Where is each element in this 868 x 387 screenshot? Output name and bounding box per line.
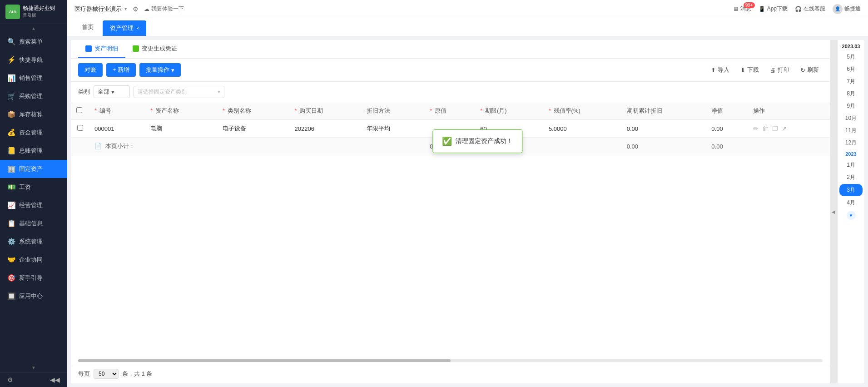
sidebar-item-inventory[interactable]: 📦 库存核算 — [0, 105, 67, 124]
year-label: 2023 — [838, 149, 864, 159]
tab-asset-management[interactable]: 资产管理 × — [103, 20, 146, 36]
topbar-gear-icon[interactable]: ⚙ — [133, 5, 139, 13]
mobile-icon: 📱 — [759, 6, 765, 12]
sidebar-item-apps[interactable]: 🔲 应用中心 — [0, 287, 67, 305]
table-wrapper: * 编号 * 资产名称 * 类别名称 — [71, 102, 830, 357]
subtotal-icon: 📄 — [94, 143, 102, 149]
tab-bar: 首页 资产管理 × — [67, 18, 868, 36]
select-all-header[interactable] — [71, 102, 89, 120]
cell-residual-rate: 5.0000 — [543, 120, 621, 138]
col-name: * 资产名称 — [145, 102, 217, 120]
scroll-down-btn[interactable]: ▼ — [0, 363, 67, 372]
sidebar-item-operations[interactable]: 📈 经营管理 — [0, 196, 67, 214]
period-feb[interactable]: 2月 — [838, 171, 864, 184]
apps-icon: 🔲 — [7, 292, 15, 300]
sidebar-item-enterprise[interactable]: 🤝 企业协同 — [0, 251, 67, 269]
scroll-thumb[interactable] — [78, 359, 451, 362]
settings-icon[interactable]: ⚙ — [7, 376, 13, 383]
refresh-btn[interactable]: ↻ 刷新 — [797, 64, 823, 76]
sub-tab-asset-detail[interactable]: 资产明细 — [78, 40, 125, 58]
collapse-icon[interactable]: ◀◀ — [50, 376, 60, 383]
period-oct[interactable]: 10月 — [838, 112, 864, 124]
period-dec[interactable]: 12月 — [838, 137, 864, 149]
period-nov[interactable]: 11月 — [838, 124, 864, 137]
toolbar: 对账 + 新增 批量操作 ▾ ⬆ 导入 ⬇ 下载 🖨 — [71, 59, 830, 82]
sidebar-item-quick-nav[interactable]: ⚡ 快捷导航 — [0, 51, 67, 69]
sidebar: AtA 畅捷通好业财 普及版 ▲ 🔍 搜索菜单 ⚡ 快捷导航 📊 销售管理 🛒 … — [0, 0, 67, 387]
category-type-select[interactable]: 全部 ▾ — [94, 85, 130, 98]
period-jul[interactable]: 7月 — [838, 75, 864, 88]
col-residual-rate: * 残值率(%) — [543, 102, 621, 120]
change-voucher-icon — [133, 45, 139, 52]
right-panel-toggle-btn[interactable]: ◀ — [830, 40, 837, 383]
export-btn[interactable]: ⬆ 导入 — [707, 64, 733, 76]
batch-dropdown-icon: ▾ — [171, 67, 174, 74]
filter-row: 类别 全部 ▾ 请选择固定资产类别 ▾ — [71, 82, 830, 102]
sidebar-item-system[interactable]: ⚙️ 系统管理 — [0, 233, 67, 251]
print-btn[interactable]: 🖨 打印 — [766, 64, 793, 76]
category-select[interactable]: 请选择固定资产类别 ▾ — [134, 86, 224, 98]
sub-tab-change-voucher[interactable]: 变更生成凭证 — [125, 40, 184, 58]
category-select-arrow: ▾ — [218, 89, 220, 95]
period-down-icon[interactable]: ▼ — [847, 211, 856, 220]
copy-icon[interactable]: ❐ — [772, 125, 778, 132]
company-selector[interactable]: 医疗器械行业演示 ▾ — [74, 5, 127, 13]
period-jan[interactable]: 1月 — [838, 159, 864, 171]
sidebar-item-fixed-assets[interactable]: 🏢 固定资产 — [0, 160, 67, 178]
subtotal-label-cell: 📄 本页小计： — [89, 138, 424, 155]
select-all-checkbox[interactable] — [76, 107, 82, 113]
new-button[interactable]: + 新增 — [106, 63, 136, 77]
period-jun[interactable]: 6月 — [838, 63, 864, 75]
scroll-up-btn[interactable]: ▲ — [0, 24, 67, 33]
tab-close-icon[interactable]: × — [136, 25, 139, 31]
per-page-select[interactable]: 50 100 — [94, 369, 119, 379]
toolbar-right: ⬆ 导入 ⬇ 下载 🖨 打印 ↻ 刷新 — [707, 64, 823, 76]
download-icon: ⬇ — [740, 67, 745, 74]
funds-icon: 💰 — [7, 129, 15, 137]
app-download-btn[interactable]: 📱 App下载 — [759, 5, 788, 13]
message-btn[interactable]: 🖥 消息 99+ — [733, 5, 751, 13]
period-panel: 2023.03 5月 6月 7月 8月 9月 10月 — [837, 40, 864, 383]
sub-tab-bar: 资产明细 变更生成凭证 — [71, 40, 830, 59]
sidebar-item-ledger[interactable]: 📒 总账管理 — [0, 142, 67, 160]
period-may[interactable]: 5月 — [838, 51, 864, 63]
delete-icon[interactable]: 🗑 — [762, 125, 769, 132]
tab-home[interactable]: 首页 — [74, 20, 101, 36]
online-service-btn[interactable]: 🎧 在线客服 — [795, 5, 825, 13]
app-version: 普及版 — [23, 12, 55, 19]
experience-btn[interactable]: ☁ 我要体验一下 — [144, 5, 184, 13]
sidebar-item-sales[interactable]: 📊 销售管理 — [0, 69, 67, 87]
row-checkbox-cell[interactable] — [71, 120, 89, 138]
period-aug[interactable]: 8月 — [838, 88, 864, 100]
sidebar-item-purchase[interactable]: 🛒 采购管理 — [0, 87, 67, 105]
sidebar-item-search[interactable]: 🔍 搜索菜单 — [0, 33, 67, 51]
right-panel-wrapper: ◀ 2023.03 5月 6月 7月 8月 9月 — [830, 40, 864, 383]
toggle-arrow-icon: ◀ — [832, 209, 835, 214]
horizontal-scrollbar[interactable] — [78, 359, 823, 362]
sidebar-item-funds[interactable]: 💰 资金管理 — [0, 124, 67, 142]
row-checkbox[interactable] — [77, 125, 83, 131]
success-check-icon: ✅ — [442, 136, 452, 146]
action-icons: ✏ 🗑 ❐ ↗ — [753, 125, 824, 132]
download-btn[interactable]: ⬇ 下载 — [737, 64, 763, 76]
user-btn[interactable]: 👤 畅捷通 — [833, 4, 861, 14]
period-apr[interactable]: 4月 — [838, 197, 864, 209]
company-name: 医疗器械行业演示 — [74, 5, 122, 13]
more-icon[interactable]: ↗ — [782, 125, 787, 132]
edit-icon[interactable]: ✏ — [753, 125, 759, 132]
sidebar-item-basic-info[interactable]: 📋 基础信息 — [0, 214, 67, 233]
reconcile-button[interactable]: 对账 — [78, 63, 103, 77]
sidebar-item-guide[interactable]: 🎯 新手引导 — [0, 269, 67, 287]
cell-code: 000001 — [89, 120, 145, 138]
payroll-icon: 💵 — [7, 183, 15, 191]
batch-button[interactable]: 批量操作 ▾ — [139, 63, 181, 77]
col-opening-accumulated: 期初累计折旧 — [621, 102, 706, 120]
col-period: * 期限(月) — [475, 102, 543, 120]
period-sep[interactable]: 9月 — [838, 100, 864, 112]
main-content: 医疗器械行业演示 ▾ ⚙ ☁ 我要体验一下 🖥 消息 99+ 📱 App下载 🎧… — [67, 0, 868, 387]
col-category: * 类别名称 — [217, 102, 289, 120]
ledger-icon: 📒 — [7, 147, 15, 155]
period-mar-current[interactable]: 3月 — [839, 184, 863, 196]
sidebar-item-payroll[interactable]: 💵 工资 — [0, 178, 67, 196]
topbar: 医疗器械行业演示 ▾ ⚙ ☁ 我要体验一下 🖥 消息 99+ 📱 App下载 🎧… — [67, 0, 868, 18]
